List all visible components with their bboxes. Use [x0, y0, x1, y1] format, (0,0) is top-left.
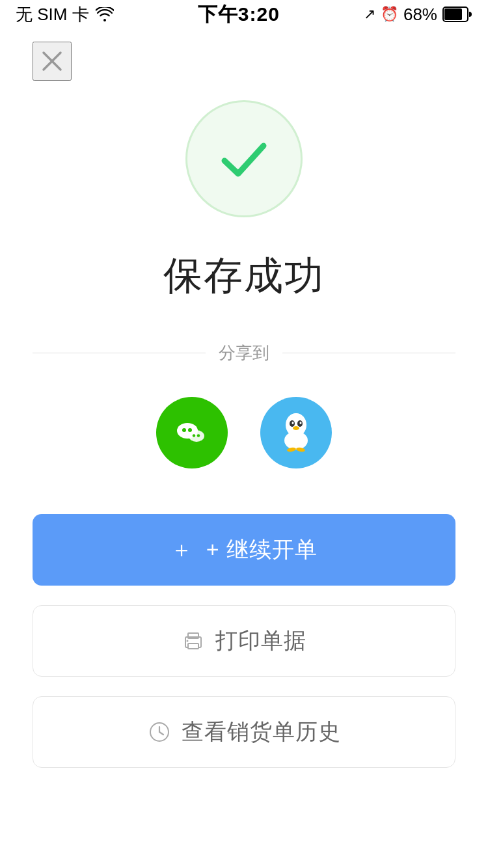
- svg-point-8: [193, 434, 195, 437]
- print-label: 打印单据: [215, 626, 306, 656]
- continue-order-button[interactable]: ＋ + 继续开单: [33, 514, 455, 586]
- action-buttons: ＋ + 继续开单 打印单据 查看销货单历史: [33, 514, 455, 768]
- success-title: 保存成功: [163, 250, 325, 303]
- status-right: ↗ ⏰ 68%: [364, 5, 472, 25]
- battery-icon: [442, 7, 472, 22]
- history-icon: [148, 720, 171, 744]
- svg-point-7: [189, 430, 204, 442]
- main-content: 保存成功 分享到: [0, 29, 488, 768]
- share-icons-row: [156, 397, 332, 468]
- print-icon: [182, 629, 205, 653]
- svg-point-11: [284, 431, 308, 450]
- svg-point-22: [187, 640, 189, 642]
- close-button[interactable]: [33, 42, 72, 81]
- continue-label: + 继续开单: [206, 535, 318, 565]
- wechat-icon: [172, 413, 212, 453]
- battery-percent: 68%: [403, 5, 437, 25]
- svg-point-9: [197, 434, 200, 437]
- print-button[interactable]: 打印单据: [33, 605, 455, 677]
- close-icon: [40, 49, 64, 74]
- alarm-icon: ⏰: [381, 6, 398, 23]
- svg-rect-1: [444, 8, 462, 20]
- svg-point-14: [292, 422, 294, 424]
- qq-share-button[interactable]: [260, 397, 332, 468]
- svg-line-25: [159, 732, 163, 735]
- status-bar: 无 SIM 卡 下午3:20 ↗ ⏰ 68%: [0, 0, 488, 29]
- location-icon: ↗: [364, 6, 375, 23]
- no-sim-text: 无 SIM 卡: [16, 3, 89, 26]
- checkmark-icon: [215, 129, 273, 188]
- divider-line-right: [282, 353, 455, 353]
- continue-icon: ＋: [170, 535, 193, 565]
- qq-icon: [276, 411, 316, 455]
- svg-rect-21: [188, 644, 198, 649]
- share-label: 分享到: [219, 342, 269, 364]
- history-label: 查看销货单历史: [182, 717, 341, 747]
- status-time: 下午3:20: [198, 1, 280, 28]
- wifi-icon: [96, 7, 114, 21]
- success-circle: [185, 100, 303, 217]
- divider-line-left: [33, 353, 206, 353]
- svg-point-6: [188, 428, 192, 432]
- status-left: 无 SIM 卡: [16, 3, 114, 26]
- svg-point-15: [300, 422, 302, 424]
- svg-point-16: [293, 426, 299, 430]
- wechat-share-button[interactable]: [156, 397, 228, 468]
- svg-point-5: [182, 428, 186, 432]
- share-divider: 分享到: [33, 342, 455, 364]
- history-button[interactable]: 查看销货单历史: [33, 696, 455, 768]
